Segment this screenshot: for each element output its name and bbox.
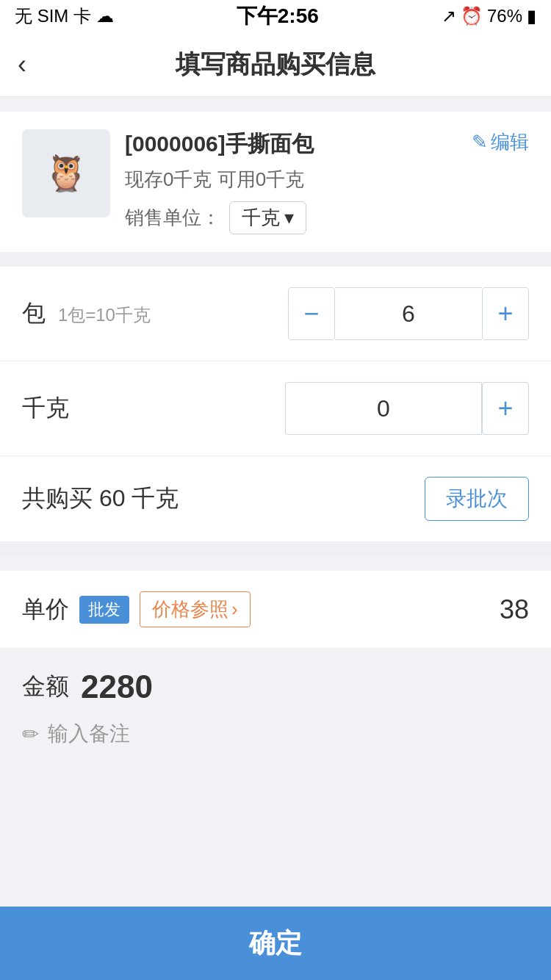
price-ref-button[interactable]: 价格参照 › bbox=[140, 591, 251, 627]
edit-button[interactable]: ✎ 编辑 bbox=[472, 129, 529, 155]
price-row: 单价 批发 价格参照 › 38 bbox=[22, 591, 529, 627]
total-prefix: 共购买 bbox=[22, 485, 93, 511]
divider-2 bbox=[0, 541, 551, 556]
amount-value: 2280 bbox=[81, 669, 153, 705]
remark-placeholder: 输入备注 bbox=[48, 720, 130, 748]
total-row: 共购买 60 千克 录批次 bbox=[0, 456, 551, 541]
product-card: 🦉 [0000006]手撕面包 ✎ 编辑 现存0千克 可用0千克 销售单位： 千… bbox=[0, 112, 551, 252]
total-quantity-value: 60 bbox=[99, 485, 126, 511]
price-ref-label: 价格参照 bbox=[152, 597, 228, 622]
chevron-right-icon: › bbox=[231, 598, 238, 621]
edit-label: 编辑 bbox=[491, 129, 529, 155]
location-icon: ↗ bbox=[442, 6, 456, 26]
product-unit-row: 销售单位： 千克 ▾ bbox=[125, 201, 529, 234]
page-title: 填写商品购买信息 bbox=[176, 48, 375, 82]
input-section: 包 1包=10千克 − + 千克 + bbox=[0, 267, 551, 456]
kg-input-row: 千克 + bbox=[0, 361, 551, 456]
pack-label: 包 1包=10千克 bbox=[22, 298, 288, 330]
kg-label: 千克 bbox=[22, 392, 285, 425]
nav-bar: ‹ 填写商品购买信息 bbox=[0, 32, 551, 97]
kg-increment-button[interactable]: + bbox=[482, 382, 529, 435]
batch-button[interactable]: 录批次 bbox=[425, 477, 529, 521]
price-label: 单价 bbox=[22, 594, 69, 626]
pack-quantity-control: − + bbox=[288, 287, 529, 340]
pack-sublabel: 1包=10千克 bbox=[58, 305, 151, 325]
product-info: [0000006]手撕面包 ✎ 编辑 现存0千克 可用0千克 销售单位： 千克 … bbox=[125, 129, 529, 234]
total-text: 共购买 60 千克 bbox=[22, 483, 179, 515]
status-bar: 无 SIM 卡 ☁ 下午2:56 ↗ ⏰ 76% ▮ bbox=[0, 0, 551, 32]
kg-quantity-input[interactable] bbox=[285, 382, 482, 435]
battery-icon: ▮ bbox=[527, 6, 536, 26]
confirm-button[interactable]: 确定 bbox=[0, 907, 551, 980]
back-button[interactable]: ‹ bbox=[18, 49, 26, 80]
pencil-icon: ✏ bbox=[22, 722, 39, 746]
status-left: 无 SIM 卡 ☁ bbox=[15, 4, 114, 28]
product-image: 🦉 bbox=[22, 129, 110, 217]
pack-input-row: 包 1包=10千克 − + bbox=[0, 267, 551, 361]
price-value: 38 bbox=[500, 594, 529, 625]
unit-value: 千克 bbox=[242, 205, 280, 231]
amount-section: 金额 2280 ✏ 输入备注 bbox=[0, 648, 551, 765]
battery-level: 76% bbox=[487, 6, 522, 26]
price-section: 单价 批发 价格参照 › 38 bbox=[0, 571, 551, 648]
price-label-group: 单价 批发 价格参照 › bbox=[22, 591, 251, 627]
pack-decrement-button[interactable]: − bbox=[288, 287, 335, 340]
unit-select[interactable]: 千克 ▾ bbox=[229, 201, 306, 234]
product-name: [0000006]手撕面包 bbox=[125, 129, 472, 159]
pack-increment-button[interactable]: + bbox=[482, 287, 529, 340]
edit-icon: ✎ bbox=[472, 131, 488, 154]
product-image-logo: 🦉 bbox=[44, 153, 88, 194]
batch-tag: 批发 bbox=[79, 596, 129, 624]
divider-1 bbox=[0, 252, 551, 267]
product-name-row: [0000006]手撕面包 ✎ 编辑 bbox=[125, 129, 529, 159]
remark-row[interactable]: ✏ 输入备注 bbox=[22, 720, 529, 765]
sim-status: 无 SIM 卡 ☁ bbox=[15, 4, 114, 28]
status-right: ↗ ⏰ 76% ▮ bbox=[442, 6, 536, 26]
kg-quantity-control: + bbox=[285, 382, 529, 435]
total-unit-value: 千克 bbox=[132, 485, 179, 511]
product-stock: 现存0千克 可用0千克 bbox=[125, 167, 529, 192]
chevron-down-icon: ▾ bbox=[284, 206, 294, 229]
status-time: 下午2:56 bbox=[237, 2, 319, 30]
alarm-icon: ⏰ bbox=[461, 6, 483, 26]
unit-label: 销售单位： bbox=[125, 205, 220, 231]
amount-row: 金额 2280 bbox=[22, 669, 529, 720]
amount-label: 金额 bbox=[22, 671, 69, 703]
pack-quantity-input[interactable] bbox=[335, 287, 482, 340]
